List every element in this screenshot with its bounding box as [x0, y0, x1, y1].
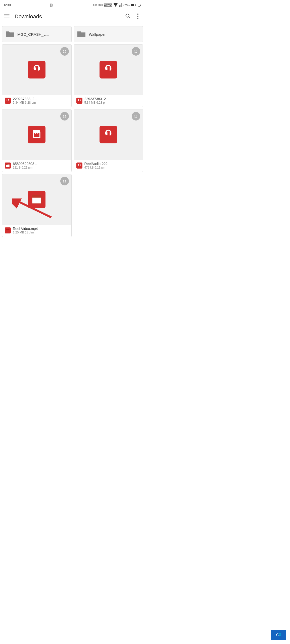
loading-icon — [137, 3, 141, 7]
network-speed: 0.90 KB/S — [93, 4, 103, 7]
svg-point-11 — [126, 14, 129, 17]
file-meta: Reel Video.mp4 1.25 MB 18 Jan — [13, 227, 38, 234]
svg-rect-10 — [4, 18, 10, 18]
file-card[interactable]: 229237383_2... 5.34 MB 6:28 pm — [74, 44, 143, 107]
file-meta: 229237383_2... 5.34 MB 6:28 pm — [84, 97, 109, 104]
expand-button[interactable] — [132, 112, 140, 120]
top-bar: Downloads ⋮ — [0, 9, 145, 24]
audio-file-icon — [100, 61, 117, 78]
svg-rect-15 — [34, 132, 39, 133]
battery-icon — [131, 3, 136, 7]
expand-button[interactable] — [60, 112, 69, 120]
video-small-icon — [5, 227, 11, 233]
file-detail: 5.34 MB 6:28 pm — [13, 101, 37, 104]
svg-rect-0 — [119, 5, 120, 7]
svg-line-12 — [129, 17, 130, 18]
folder-item[interactable]: Wallpaper — [74, 26, 143, 42]
file-info: 229237383_2... 5.34 MB 6:28 pm — [74, 95, 143, 107]
folder-icon — [77, 30, 86, 38]
file-thumbnail — [2, 174, 71, 225]
file-thumbnail — [2, 109, 71, 160]
audio-small-icon — [5, 98, 11, 104]
file-card[interactable]: 229237383_2... 5.34 MB 6:28 pm — [2, 44, 72, 107]
folder-item[interactable]: MGC_CRASH_L... — [2, 26, 72, 42]
file-thumbnail — [74, 45, 143, 95]
svg-rect-2 — [121, 4, 121, 7]
file-detail: 479 kB 6:11 pm — [84, 166, 111, 169]
file-meta: ReelAudio-222... 479 kB 6:11 pm — [84, 162, 111, 169]
file-name: 229237383_2... — [84, 97, 109, 101]
expand-button[interactable] — [60, 47, 69, 56]
status-bar: 6:30 🖼 0.90 KB/S VoWiFi 62% — [0, 0, 145, 9]
audio-small-icon — [76, 163, 82, 169]
file-detail: 121 B 6:21 pm — [13, 166, 37, 169]
file-info: 65899529803... 121 B 6:21 pm — [2, 160, 71, 172]
hamburger-icon[interactable] — [4, 13, 10, 20]
expand-button[interactable] — [132, 47, 140, 56]
file-card[interactable]: ReelAudio-222... 479 kB 6:11 pm — [74, 109, 143, 172]
svg-rect-3 — [121, 3, 122, 7]
page-title: Downloads — [15, 13, 125, 20]
file-card[interactable]: Reel Video.mp4 1.25 MB 18 Jan — [2, 174, 72, 237]
signal-icon — [119, 3, 122, 7]
file-name: 65899529803... — [13, 162, 37, 166]
file-grid: MGC_CRASH_L... Wallpaper — [0, 24, 145, 239]
video-file-icon — [28, 126, 45, 143]
notification-icon: 🖼 — [50, 3, 53, 7]
file-info: ReelAudio-222... 479 kB 6:11 pm — [74, 160, 143, 172]
svg-point-7 — [137, 3, 140, 7]
file-meta: 229237383_2... 5.34 MB 6:28 pm — [13, 97, 37, 104]
file-name: ReelAudio-222... — [84, 162, 111, 166]
svg-rect-9 — [4, 16, 10, 16]
file-detail: 5.34 MB 6:28 pm — [84, 101, 109, 104]
video-small-icon — [5, 163, 11, 169]
file-meta: 65899529803... 121 B 6:21 pm — [13, 162, 37, 169]
battery-percent: 62% — [123, 3, 130, 7]
svg-rect-27 — [6, 229, 9, 230]
file-card[interactable]: 65899529803... 121 B 6:21 pm — [2, 109, 72, 172]
svg-line-25 — [20, 202, 51, 217]
file-info: 229237383_2... 5.34 MB 6:28 pm — [2, 95, 71, 107]
folder-icon — [5, 30, 14, 38]
svg-rect-5 — [131, 4, 134, 6]
file-name: Reel Video.mp4 — [13, 227, 38, 231]
audio-small-icon — [76, 98, 82, 104]
file-detail: 1.25 MB 18 Jan — [13, 231, 38, 234]
annotation-arrow — [12, 198, 53, 220]
folder-name: MGC_CRASH_L... — [17, 32, 49, 36]
svg-rect-22 — [32, 195, 41, 198]
status-icons: 0.90 KB/S VoWiFi 62% — [93, 3, 141, 7]
folder-name: Wallpaper — [89, 32, 106, 36]
file-thumbnail — [74, 109, 143, 160]
more-options-icon[interactable]: ⋮ — [134, 14, 141, 19]
file-info: Reel Video.mp4 1.25 MB 18 Jan — [2, 225, 71, 237]
audio-file-icon — [100, 126, 117, 143]
file-thumbnail — [2, 45, 71, 95]
search-icon[interactable] — [125, 13, 130, 20]
wifi-icon — [113, 3, 118, 7]
svg-rect-8 — [4, 14, 10, 15]
audio-file-icon — [28, 61, 45, 78]
svg-rect-1 — [120, 5, 120, 7]
vowifi-badge: VoWiFi — [104, 4, 112, 7]
file-name: 229237383_2... — [13, 97, 37, 101]
status-time: 6:30 — [4, 3, 11, 7]
expand-button[interactable] — [60, 177, 69, 185]
top-bar-actions: ⋮ — [125, 13, 141, 20]
